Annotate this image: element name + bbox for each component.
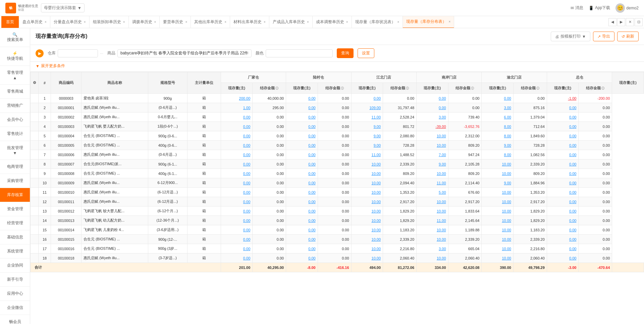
- tab-4[interactable]: 调拨单历史 ×: [129, 16, 160, 28]
- goods-input[interactable]: [117, 49, 252, 57]
- row-num-4[interactable]: 10.00: [351, 169, 383, 178]
- row-num-4[interactable]: 9.00: [351, 122, 383, 131]
- row-num-10[interactable]: 0.00: [547, 253, 579, 263]
- row-num-0[interactable]: 0.00: [221, 178, 253, 188]
- sidebar-item-retail-mgmt[interactable]: 零售管理 ▲: [0, 66, 30, 85]
- tab-6[interactable]: 其他出库单历史 ×: [191, 16, 230, 28]
- row-num-4[interactable]: 11.00: [351, 112, 383, 122]
- tab-3[interactable]: 组装拆卸单历史 ×: [90, 16, 129, 28]
- row-num-0[interactable]: 0.00: [221, 253, 253, 263]
- row-num-4[interactable]: 9.00: [351, 141, 383, 150]
- row-num-4[interactable]: 10.00: [351, 244, 383, 253]
- row-num-6[interactable]: 11.00: [417, 178, 448, 188]
- row-num-6[interactable]: 7.00: [417, 150, 448, 159]
- row-num-10[interactable]: 0.00: [547, 112, 579, 122]
- row-num-4[interactable]: 10.00: [351, 216, 383, 225]
- row-num-8[interactable]: 10.00: [482, 216, 514, 225]
- row-num-2[interactable]: 0.00: [286, 235, 318, 244]
- tab-close-3[interactable]: ×: [123, 20, 125, 24]
- tab-expand-btn[interactable]: ⊡: [635, 18, 643, 26]
- settings-btn[interactable]: 设置: [358, 48, 374, 58]
- user-menu[interactable]: 😊 demo2: [615, 3, 639, 13]
- row-num-0[interactable]: 0.00: [221, 197, 253, 206]
- row-num-6[interactable]: 10.00: [417, 235, 448, 244]
- row-num-8[interactable]: 10.00: [482, 159, 514, 169]
- row-num-2[interactable]: 0.00: [286, 206, 318, 216]
- row-num-0[interactable]: 0.00: [221, 206, 253, 216]
- row-num-4[interactable]: 109.00: [351, 103, 383, 112]
- row-num-0[interactable]: 0.00: [221, 159, 253, 169]
- row-num-2[interactable]: 0.00: [286, 122, 318, 131]
- sidebar-item-nav[interactable]: ⚡ 快捷导航: [0, 47, 30, 66]
- sidebar-item-retail-stats[interactable]: 零售统计: [0, 127, 30, 141]
- row-num-4[interactable]: 10.00: [351, 206, 383, 216]
- tab-5[interactable]: 要货单历史 ×: [160, 16, 191, 28]
- tab-2[interactable]: 分量盘点单历史 ×: [50, 16, 90, 28]
- row-num-2[interactable]: 0.00: [286, 216, 318, 225]
- row-num-10[interactable]: 0.00: [547, 197, 579, 206]
- warehouse-input[interactable]: [58, 49, 98, 57]
- app-download-btn[interactable]: 📱 App下载: [589, 5, 610, 11]
- row-num-8[interactable]: 8.00: [482, 150, 514, 159]
- row-num-0[interactable]: 0.00: [221, 122, 253, 131]
- row-num-2[interactable]: 0.00: [286, 244, 318, 253]
- row-num-6[interactable]: -39.00: [417, 122, 448, 131]
- tab-9[interactable]: 成本调整单历史 ×: [313, 16, 352, 28]
- sidebar-item-wholesale[interactable]: 批发管理 ▼: [0, 141, 30, 160]
- row-num-10[interactable]: 0.00: [547, 169, 579, 178]
- row-num-8[interactable]: 3.00: [482, 103, 514, 112]
- row-num-6[interactable]: 10.00: [417, 206, 448, 216]
- export-btn[interactable]: ↗ 导出: [593, 32, 614, 41]
- tab-7[interactable]: 材料出库单历史 ×: [230, 16, 269, 28]
- sidebar-item-base[interactable]: 基础信息: [0, 230, 30, 244]
- row-num-4[interactable]: 0.00: [351, 94, 383, 103]
- row-num-0[interactable]: 200.00: [221, 94, 253, 103]
- sidebar-item-wechat[interactable]: 企业微信: [0, 301, 30, 315]
- tab-next-btn[interactable]: ▶: [617, 18, 625, 26]
- row-num-6[interactable]: 10.00: [417, 197, 448, 206]
- sidebar-item-purchase[interactable]: 采购管理: [0, 174, 30, 188]
- row-num-4[interactable]: 10.00: [351, 253, 383, 263]
- sidebar-item-ecommerce[interactable]: 电商管理: [0, 160, 30, 174]
- row-num-0[interactable]: 0.00: [221, 169, 253, 178]
- row-num-2[interactable]: 0.00: [286, 159, 318, 169]
- tab-1[interactable]: 盘点单历史 ×: [19, 16, 50, 28]
- row-num-2[interactable]: 0.00: [286, 169, 318, 178]
- industry-selector[interactable]: 母婴行业演示陈套 ▼: [41, 3, 85, 12]
- tab-close-all-btn[interactable]: ✕: [626, 18, 634, 26]
- row-num-0[interactable]: 0.00: [221, 235, 253, 244]
- row-num-0[interactable]: 0.00: [221, 216, 253, 225]
- tab-close-1[interactable]: ×: [45, 20, 47, 24]
- sidebar-item-finance[interactable]: 资金管理: [0, 202, 30, 216]
- sidebar-item-system[interactable]: 系统管理: [0, 244, 30, 259]
- row-num-4[interactable]: 9.00: [351, 131, 383, 141]
- row-num-6[interactable]: 3.00: [417, 244, 448, 253]
- tab-home[interactable]: 首页: [1, 16, 19, 28]
- row-num-10[interactable]: 0.00: [547, 244, 579, 253]
- row-num-10[interactable]: 0.00: [547, 141, 579, 150]
- row-num-6[interactable]: 10.00: [417, 131, 448, 141]
- row-num-0[interactable]: 0.00: [221, 112, 253, 122]
- row-num-8[interactable]: 0.00: [482, 94, 514, 103]
- query-btn[interactable]: 查询: [337, 48, 354, 58]
- row-num-10[interactable]: 0.00: [547, 188, 579, 197]
- tab-close-6[interactable]: ×: [224, 20, 226, 24]
- row-num-2[interactable]: 0.00: [286, 178, 318, 188]
- tab-close-9[interactable]: ×: [346, 20, 348, 24]
- row-num-6[interactable]: 10.00: [417, 225, 448, 235]
- row-num-10[interactable]: 0.00: [547, 131, 579, 141]
- row-num-8[interactable]: 8.00: [482, 131, 514, 141]
- row-num-8[interactable]: 10.00: [482, 244, 514, 253]
- row-num-10[interactable]: 0.00: [547, 225, 579, 235]
- sidebar-item-guide[interactable]: 新手引导: [0, 273, 30, 287]
- row-num-10[interactable]: 0.00: [547, 235, 579, 244]
- row-num-8[interactable]: 10.00: [482, 235, 514, 244]
- sidebar-item-inventory[interactable]: 库存核算: [0, 188, 30, 202]
- row-num-8[interactable]: 10.00: [482, 188, 514, 197]
- row-num-8[interactable]: 6.00: [482, 112, 514, 122]
- tab-8[interactable]: 产成品入库单历史 ×: [269, 16, 313, 28]
- row-num-8[interactable]: 8.00: [482, 122, 514, 131]
- tab-prev-btn[interactable]: ◀: [608, 18, 616, 26]
- tab-11[interactable]: 现存量（库存分布表） ×: [403, 16, 454, 28]
- tab-close-8[interactable]: ×: [307, 20, 309, 24]
